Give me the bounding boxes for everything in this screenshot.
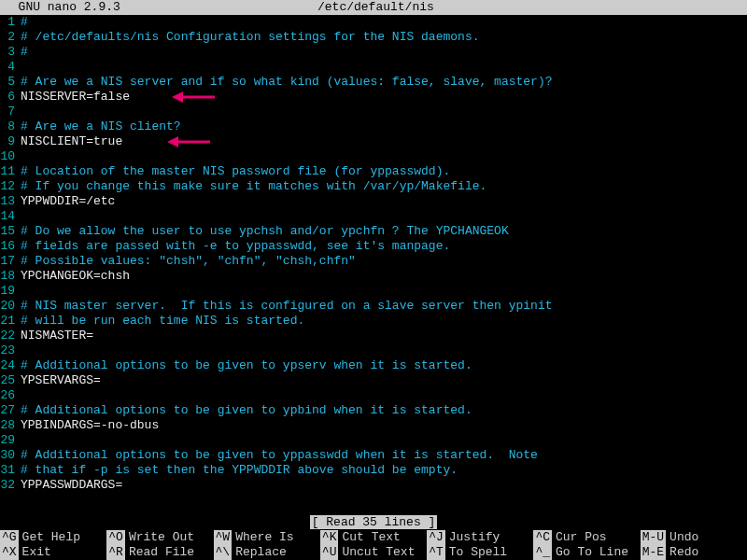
shortcut-label: Write Out <box>129 530 194 545</box>
code-line[interactable]: 15# Do we allow the user to use ypchsh a… <box>0 224 747 239</box>
code-line[interactable]: 26 <box>0 388 747 403</box>
editor-area[interactable]: 1#2# /etc/defaults/nis Configuration set… <box>0 15 747 515</box>
code-line[interactable]: 16# fields are passed with -e to yppassw… <box>0 239 747 254</box>
code-line[interactable]: 28YPBINDARGS=-no-dbus <box>0 418 747 433</box>
shortcut[interactable]: M-UUndo <box>641 530 747 545</box>
line-number: 30 <box>0 448 21 463</box>
line-number: 5 <box>0 75 21 90</box>
code-line[interactable]: 7 <box>0 105 747 119</box>
code-line[interactable]: 29 <box>0 433 747 448</box>
line-number: 10 <box>0 149 21 164</box>
code-line[interactable]: 23 <box>0 343 747 358</box>
line-number: 3 <box>0 45 21 60</box>
annotation-arrow-icon <box>165 134 212 149</box>
shortcut-bar: ^GGet Help^OWrite Out^WWhere Is^KCut Tex… <box>0 530 747 560</box>
shortcut[interactable]: ^RRead File <box>106 545 213 560</box>
line-number: 17 <box>0 254 21 269</box>
shortcut[interactable]: ^\Replace <box>214 545 320 560</box>
shortcut[interactable]: ^TTo Spell <box>427 545 533 560</box>
shortcut-label: Exit <box>22 545 51 560</box>
code-line[interactable]: 20# NIS master server. If this is config… <box>0 299 747 314</box>
app-version: GNU nano 2.9.3 <box>4 0 120 15</box>
code-line[interactable]: 8# Are we a NIS client? <box>0 119 747 134</box>
shortcut-label: Cur Pos <box>556 530 607 545</box>
code-line[interactable]: 25YPSERVARGS= <box>0 373 747 388</box>
line-text <box>21 388 747 403</box>
line-number: 8 <box>0 119 21 134</box>
line-text: # Additional options to be given to ypbi… <box>21 403 747 418</box>
shortcut-key: ^K <box>320 530 339 545</box>
shortcut[interactable]: M-ERedo <box>641 545 747 560</box>
line-text <box>21 433 747 448</box>
code-line[interactable]: 17# Possible values: "chsh", "chfn", "ch… <box>0 254 747 269</box>
file-path: /etc/default/nis <box>120 0 631 15</box>
shortcut[interactable]: ^UUncut Text <box>320 545 427 560</box>
code-line[interactable]: 2# /etc/defaults/nis Configuration setti… <box>0 30 747 45</box>
line-number: 28 <box>0 418 21 433</box>
code-line[interactable]: 32YPPASSWDDARGS= <box>0 478 747 493</box>
shortcut-label: Read File <box>129 545 194 560</box>
shortcut[interactable]: ^GGet Help <box>0 530 106 545</box>
line-text: # Location of the master NIS password fi… <box>21 164 747 179</box>
code-line[interactable]: 22NISMASTER= <box>0 329 747 343</box>
line-text: # Are we a NIS client? <box>21 119 747 134</box>
shortcut[interactable]: ^WWhere Is <box>214 530 320 545</box>
shortcut[interactable]: ^JJustify <box>427 530 533 545</box>
line-number: 12 <box>0 179 21 194</box>
shortcut-key: ^W <box>214 530 233 545</box>
code-line[interactable]: 9NISCLIENT=true <box>0 134 747 149</box>
code-line[interactable]: 18YPCHANGEOK=chsh <box>0 269 747 284</box>
code-line[interactable]: 6NISSERVER=false <box>0 90 747 105</box>
code-line[interactable]: 21# will be run each time NIS is started… <box>0 314 747 329</box>
shortcut[interactable]: ^XExit <box>0 545 106 560</box>
line-number: 29 <box>0 433 21 448</box>
code-line[interactable]: 10 <box>0 149 747 164</box>
code-line[interactable]: 5# Are we a NIS server and if so what ki… <box>0 75 747 90</box>
line-number: 1 <box>0 15 21 30</box>
line-text: YPBINDARGS=-no-dbus <box>21 418 747 433</box>
code-line[interactable]: 1# <box>0 15 747 30</box>
code-line[interactable]: 27# Additional options to be given to yp… <box>0 403 747 418</box>
code-line[interactable]: 31# that if -p is set then the YPPWDDIR … <box>0 463 747 478</box>
line-number: 15 <box>0 224 21 239</box>
shortcut-key: M-U <box>641 530 666 545</box>
shortcut-label: Uncut Text <box>342 545 415 560</box>
line-number: 23 <box>0 343 21 358</box>
line-number: 7 <box>0 105 21 119</box>
code-line[interactable]: 30# Additional options to be given to yp… <box>0 448 747 463</box>
shortcut-key: ^T <box>427 545 445 560</box>
shortcut-key: ^R <box>106 545 125 560</box>
code-line[interactable]: 12# If you change this make sure it matc… <box>0 179 747 194</box>
line-text: YPPWDDIR=/etc <box>21 194 747 209</box>
code-line[interactable]: 3# <box>0 45 747 60</box>
line-text: # Do we allow the user to use ypchsh and… <box>21 224 747 239</box>
code-line[interactable]: 11# Location of the master NIS password … <box>0 164 747 179</box>
line-text <box>21 149 747 164</box>
shortcut-key: ^X <box>0 545 19 560</box>
line-number: 25 <box>0 373 21 388</box>
shortcut-label: Undo <box>669 530 698 545</box>
code-line[interactable]: 19 <box>0 284 747 299</box>
line-text: # Additional options to be given to ypse… <box>21 358 747 373</box>
shortcut[interactable]: ^OWrite Out <box>106 530 213 545</box>
shortcut[interactable]: ^CCur Pos <box>533 530 640 545</box>
line-text: # fields are passed with -e to yppasswdd… <box>21 239 747 254</box>
status-text: [ Read 35 lines ] <box>310 515 438 529</box>
line-number: 6 <box>0 90 21 105</box>
line-text: # will be run each time NIS is started. <box>21 314 747 329</box>
line-number: 24 <box>0 358 21 373</box>
code-line[interactable]: 14 <box>0 209 747 224</box>
shortcut-key: ^J <box>427 530 445 545</box>
line-text <box>21 105 747 119</box>
line-text: YPSERVARGS= <box>21 373 747 388</box>
annotation-arrow-icon <box>170 90 217 105</box>
code-line[interactable]: 13YPPWDDIR=/etc <box>0 194 747 209</box>
code-line[interactable]: 4 <box>0 60 747 75</box>
shortcut-key: ^_ <box>533 545 552 560</box>
line-number: 27 <box>0 403 21 418</box>
status-line: [ Read 35 lines ] <box>0 515 747 530</box>
shortcut[interactable]: ^_Go To Line <box>533 545 640 560</box>
shortcut-label: Redo <box>669 545 698 560</box>
shortcut[interactable]: ^KCut Text <box>320 530 427 545</box>
code-line[interactable]: 24# Additional options to be given to yp… <box>0 358 747 373</box>
